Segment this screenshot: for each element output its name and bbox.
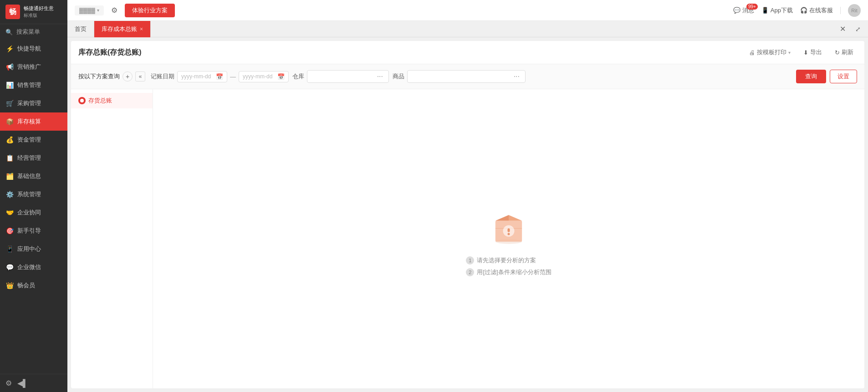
warehouse-label: 仓库 [292, 72, 304, 81]
sidebar-item-operation[interactable]: 📋 经营管理 [0, 149, 67, 167]
header-actions: 🖨 按模板打印 ▾ ⬇ 导出 ↻ 刷新 [745, 46, 857, 58]
print-icon: 🖨 [749, 49, 755, 56]
print-btn[interactable]: 🖨 按模板打印 ▾ [745, 46, 794, 58]
sidebar-item-quick-nav[interactable]: ⚡ 快捷导航 [0, 40, 67, 58]
sidebar-item-sales[interactable]: 📊 销售管理 [0, 76, 67, 94]
sidebar-item-app-center[interactable]: 📱 应用中心 [0, 240, 67, 258]
sidebar-item-member[interactable]: 👑 畅会员 [0, 276, 67, 295]
scheme-sidebar: 存货总账 [71, 89, 153, 388]
date-end-input[interactable]: yyyy-mm-dd 📅 [239, 71, 289, 82]
sidebar-search[interactable]: 🔍 搜索菜单 [0, 24, 67, 40]
svg-point-0 [80, 99, 84, 102]
search-icon: 🔍 [5, 29, 13, 36]
sidebar-nav: ⚡ 快捷导航 📢 营销推广 📊 销售管理 🛒 采购管理 📦 库存核算 💰 资金管… [0, 40, 67, 374]
content-area: 库存总账(存货总账) 🖨 按模板打印 ▾ ⬇ 导出 ↻ 刷新 [71, 41, 864, 388]
date-label: 记账日期 [151, 72, 174, 81]
nav-icon-enterprise: 🤝 [5, 209, 14, 217]
sidebar-item-wechat[interactable]: 💬 企业微信 [0, 258, 67, 276]
sidebar-item-finance[interactable]: 💰 资金管理 [0, 131, 67, 149]
sidebar-item-newbie[interactable]: 🎯 新手引导 [0, 222, 67, 240]
avatar: Rit [848, 4, 861, 17]
tab-inventory-ledger[interactable]: 库存成本总账 × [94, 21, 151, 37]
svg-point-8 [508, 233, 510, 235]
nav-label-quick-nav: 快捷导航 [17, 45, 41, 53]
fold-icon[interactable]: ◀▌ [17, 379, 28, 387]
export-btn[interactable]: ⬇ 导出 [800, 46, 826, 58]
nav-icon-basic: 🗂️ [5, 172, 14, 180]
sidebar: 畅 畅捷通好生意 标准版 🔍 搜索菜单 ⚡ 快捷导航 📢 营销推广 📊 销售管理… [0, 0, 67, 392]
logo-text: 畅捷通好生意 标准版 [24, 5, 54, 18]
nav-icon-sales: 📊 [5, 81, 14, 89]
sidebar-item-basic[interactable]: 🗂️ 基础信息 [0, 167, 67, 185]
message-btn[interactable]: 💬 消息 99+ [733, 6, 754, 15]
headset-icon: 🎧 [800, 7, 807, 14]
topbar-right: 💬 消息 99+ 📱 App下载 🎧 在线客服 Rit [733, 4, 861, 17]
scheme-item-inventory[interactable]: 存货总账 [71, 93, 153, 108]
nav-label-inventory: 库存核算 [17, 117, 41, 126]
nav-label-finance: 资金管理 [17, 136, 41, 144]
panel-expand-btn[interactable]: ⤢ [852, 23, 864, 36]
date-start-input[interactable]: yyyy-mm-dd 📅 [177, 71, 227, 82]
empty-state: 1 请先选择要分析的方案 2 用[过滤]条件来缩小分析范围 [153, 89, 864, 388]
app-download-btn[interactable]: 📱 App下载 [761, 6, 793, 15]
panel-close-btn[interactable]: ✕ [836, 23, 849, 36]
print-chevron-icon: ▾ [788, 50, 791, 55]
nav-label-operation: 经营管理 [17, 154, 41, 162]
sidebar-item-enterprise[interactable]: 🤝 企业协同 [0, 204, 67, 222]
empty-hints: 1 请先选择要分析的方案 2 用[过滤]条件来缩小分析范围 [466, 255, 551, 278]
hint-text-2: 用[过滤]条件来缩小分析范围 [477, 266, 551, 278]
warehouse-field: 仓库 ··· [292, 70, 389, 83]
filter-collapse-btn[interactable]: « [135, 71, 145, 81]
product-select[interactable]: ··· [407, 70, 526, 83]
message-badge: 99+ [746, 4, 758, 10]
sidebar-bottom: ⚙ ◀▌ [0, 374, 67, 392]
nav-label-enterprise: 企业协同 [17, 209, 41, 217]
nav-icon-marketing: 📢 [5, 63, 14, 71]
industry-btn[interactable]: 体验行业方案 [125, 4, 175, 17]
refresh-icon: ↻ [835, 49, 840, 56]
nav-label-marketing: 营销推广 [17, 63, 41, 71]
sidebar-item-inventory[interactable]: 📦 库存核算 [0, 112, 67, 131]
refresh-btn[interactable]: ↻ 刷新 [831, 46, 857, 58]
topbar-user-area[interactable]: ▓▓▓▓ ▾ [75, 5, 104, 15]
message-icon: 💬 [733, 7, 740, 14]
sidebar-item-purchase[interactable]: 🛒 采购管理 [0, 94, 67, 112]
nav-label-system: 系统管理 [17, 190, 41, 199]
sidebar-item-system[interactable]: ⚙️ 系统管理 [0, 185, 67, 204]
nav-icon-inventory: 📦 [5, 117, 14, 126]
online-service-btn[interactable]: 🎧 在线客服 [800, 6, 833, 15]
topbar-settings-btn[interactable]: ⚙ [107, 4, 121, 17]
tab-close-icon[interactable]: × [140, 26, 143, 32]
topbar-avatar-area[interactable]: Rit [848, 4, 861, 17]
sidebar-item-marketing[interactable]: 📢 营销推广 [0, 58, 67, 76]
nav-icon-member: 👑 [5, 281, 14, 290]
nav-icon-newbie: 🎯 [5, 227, 14, 235]
scheme-active-icon [78, 97, 86, 104]
tabs-bar: 首页 库存成本总账 × ✕ ⤢ [67, 21, 868, 37]
nav-label-purchase: 采购管理 [17, 99, 41, 107]
main-panel: 1 请先选择要分析的方案 2 用[过滤]条件来缩小分析范围 [153, 89, 864, 388]
svg-marker-4 [509, 215, 522, 221]
calendar-end-icon: 📅 [277, 73, 285, 80]
main-area: ▓▓▓▓ ▾ ⚙ 体验行业方案 💬 消息 99+ 📱 App下载 🎧 在线客服 [67, 0, 868, 392]
tab-home[interactable]: 首页 [67, 21, 94, 37]
warehouse-select[interactable]: ··· [307, 70, 389, 83]
nav-icon-quick-nav: ⚡ [5, 45, 14, 53]
nav-label-newbie: 新手引导 [17, 227, 41, 235]
hint-text-1: 请先选择要分析的方案 [477, 255, 536, 266]
hint-num-1: 1 [466, 256, 474, 265]
nav-icon-purchase: 🛒 [5, 99, 14, 107]
nav-icon-system: ⚙️ [5, 190, 14, 199]
filter-add-btn[interactable]: + [123, 71, 133, 81]
settings-icon[interactable]: ⚙ [5, 379, 12, 387]
svg-marker-3 [495, 215, 509, 221]
nav-icon-finance: 💰 [5, 136, 14, 144]
empty-illustration [486, 200, 531, 245]
date-field: 记账日期 yyyy-mm-dd 📅 — yyyy-mm-dd 📅 [151, 71, 289, 82]
query-btn[interactable]: 查询 [796, 70, 826, 83]
filter-settings-btn[interactable]: 设置 [830, 70, 857, 83]
phone-icon: 📱 [761, 7, 769, 14]
divider [840, 7, 841, 14]
logo-icon: 畅 [5, 5, 20, 19]
content-wrapper: 存货总账 [71, 89, 864, 388]
